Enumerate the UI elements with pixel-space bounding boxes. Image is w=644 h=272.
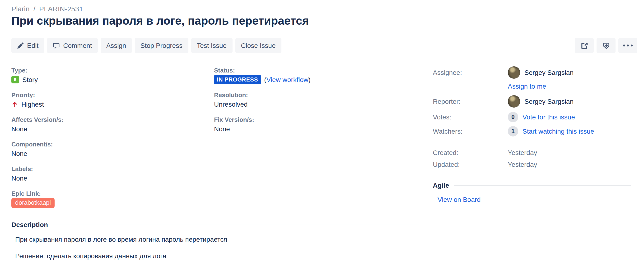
comment-button[interactable]: Comment bbox=[47, 38, 98, 53]
edit-button-label: Edit bbox=[27, 42, 38, 49]
view-workflow-link[interactable]: View workflow bbox=[266, 76, 308, 83]
field-status: Status: IN PROGRESS (View workflow) bbox=[214, 66, 413, 84]
close-issue-button-label: Close Issue bbox=[241, 42, 276, 49]
assign-button-label: Assign bbox=[106, 42, 126, 49]
assignee-name-link[interactable]: Sergey Sargsian bbox=[524, 69, 574, 76]
field-affects-versions: Affects Version/s: None bbox=[12, 116, 192, 134]
votes-label: Votes: bbox=[433, 113, 508, 121]
assignee-row: Assignee: Sergey Sargsian bbox=[433, 66, 638, 79]
created-label: Created: bbox=[433, 149, 508, 156]
epic-link-pill[interactable]: dorabotkaapi bbox=[12, 198, 54, 208]
close-issue-button[interactable]: Close Issue bbox=[235, 38, 281, 53]
details-column-people: Assignee: Sergey Sargsian Assign to me R… bbox=[433, 66, 638, 168]
reporter-name-link[interactable]: Sergey Sargsian bbox=[524, 98, 574, 105]
agile-section: Agile View on Board bbox=[433, 181, 631, 203]
field-priority: Priority: Highest bbox=[12, 91, 192, 109]
toolbar: Edit Comment Assign Stop Progress Test I… bbox=[12, 38, 637, 53]
updated-row: Updated: Yesterday bbox=[433, 161, 638, 168]
components-label: Component/s: bbox=[12, 140, 192, 149]
story-icon bbox=[12, 76, 19, 83]
description-paragraph: Решение: сделать копирования данных для … bbox=[12, 252, 418, 260]
field-epic-link: Epic Link: dorabotkaapi bbox=[12, 190, 192, 208]
edit-button[interactable]: Edit bbox=[12, 38, 44, 53]
assignee-avatar[interactable] bbox=[508, 66, 520, 79]
stop-progress-button-label: Stop Progress bbox=[140, 42, 182, 49]
share-icon bbox=[580, 41, 588, 49]
description-paragraph: При скрывания пароля в логе во время лог… bbox=[12, 235, 418, 244]
test-issue-button-label: Test Issue bbox=[197, 42, 226, 49]
created-value: Yesterday bbox=[508, 149, 537, 156]
field-labels: Labels: None bbox=[12, 165, 192, 183]
assign-to-me-row: Assign to me bbox=[508, 82, 638, 91]
breadcrumb-separator: / bbox=[34, 5, 35, 13]
resolution-value: Unresolved bbox=[214, 100, 413, 109]
start-watching-link[interactable]: Start watching this issue bbox=[522, 128, 594, 135]
breadcrumb-project-link[interactable]: Plarin bbox=[12, 5, 30, 13]
breadcrumb-issue-key-link[interactable]: PLARIN-2531 bbox=[39, 5, 83, 13]
reporter-row: Reporter: Sergey Sargsian bbox=[433, 95, 638, 108]
issue-title: При скрывания пароля в логе, пароль пере… bbox=[12, 14, 309, 27]
breadcrumb: Plarin / PLARIN-2531 bbox=[12, 5, 83, 13]
description-divider bbox=[53, 224, 418, 225]
watchers-row: Watchers: 1 Start watching this issue bbox=[433, 126, 638, 136]
labels-value: None bbox=[12, 173, 192, 183]
more-button[interactable] bbox=[618, 38, 637, 53]
priority-value: Highest bbox=[21, 100, 44, 109]
more-icon bbox=[623, 45, 633, 47]
vote-for-issue-link[interactable]: Vote for this issue bbox=[522, 113, 575, 121]
assignee-label: Assignee: bbox=[433, 69, 508, 76]
share-button[interactable] bbox=[575, 38, 594, 53]
field-type: Type: Story bbox=[12, 66, 192, 84]
priority-highest-icon bbox=[12, 101, 18, 108]
type-label: Type: bbox=[12, 66, 192, 75]
affects-versions-label: Affects Version/s: bbox=[12, 116, 192, 124]
labels-label: Labels: bbox=[12, 165, 192, 173]
pencil-icon bbox=[17, 42, 24, 49]
type-value: Story bbox=[22, 75, 38, 84]
view-on-board-link[interactable]: View on Board bbox=[438, 196, 481, 203]
field-components: Component/s: None bbox=[12, 140, 192, 158]
priority-label: Priority: bbox=[12, 91, 192, 100]
assign-button[interactable]: Assign bbox=[100, 38, 132, 53]
created-row: Created: Yesterday bbox=[433, 149, 638, 156]
description-heading: Description bbox=[12, 221, 48, 228]
details-column-middle: Status: IN PROGRESS (View workflow) Reso… bbox=[214, 66, 413, 140]
votes-row: Votes: 0 Vote for this issue bbox=[433, 112, 638, 122]
field-resolution: Resolution: Unresolved bbox=[214, 91, 413, 109]
fix-versions-label: Fix Version/s: bbox=[214, 116, 413, 124]
fix-versions-value: None bbox=[214, 124, 413, 134]
stop-progress-button[interactable]: Stop Progress bbox=[135, 38, 188, 53]
comment-button-label: Comment bbox=[63, 42, 92, 49]
description-section: Description При скрывания пароля в логе … bbox=[12, 221, 418, 260]
votes-count-badge: 0 bbox=[508, 112, 518, 122]
agile-heading: Agile bbox=[433, 181, 449, 189]
watchers-label: Watchers: bbox=[433, 128, 508, 135]
resolution-label: Resolution: bbox=[214, 91, 413, 100]
watchers-count-badge: 1 bbox=[508, 126, 518, 136]
test-issue-button[interactable]: Test Issue bbox=[191, 38, 232, 53]
epic-link-label: Epic Link: bbox=[12, 190, 192, 198]
updated-value: Yesterday bbox=[508, 161, 537, 168]
comment-bubble-icon bbox=[53, 42, 60, 49]
assign-to-me-link[interactable]: Assign to me bbox=[508, 82, 546, 90]
updated-label: Updated: bbox=[433, 161, 508, 168]
agile-divider bbox=[454, 185, 631, 185]
export-button[interactable] bbox=[596, 38, 616, 53]
details-column-left: Type: Story Priority: Highest bbox=[12, 66, 192, 215]
affects-versions-value: None bbox=[12, 124, 192, 134]
workflow-paren-close: ) bbox=[308, 76, 310, 83]
components-value: None bbox=[12, 149, 192, 158]
field-fix-versions: Fix Version/s: None bbox=[214, 116, 413, 134]
status-label: Status: bbox=[214, 66, 413, 75]
reporter-avatar[interactable] bbox=[508, 95, 520, 108]
export-icon bbox=[602, 41, 610, 49]
reporter-label: Reporter: bbox=[433, 98, 508, 105]
status-badge: IN PROGRESS bbox=[214, 75, 261, 84]
